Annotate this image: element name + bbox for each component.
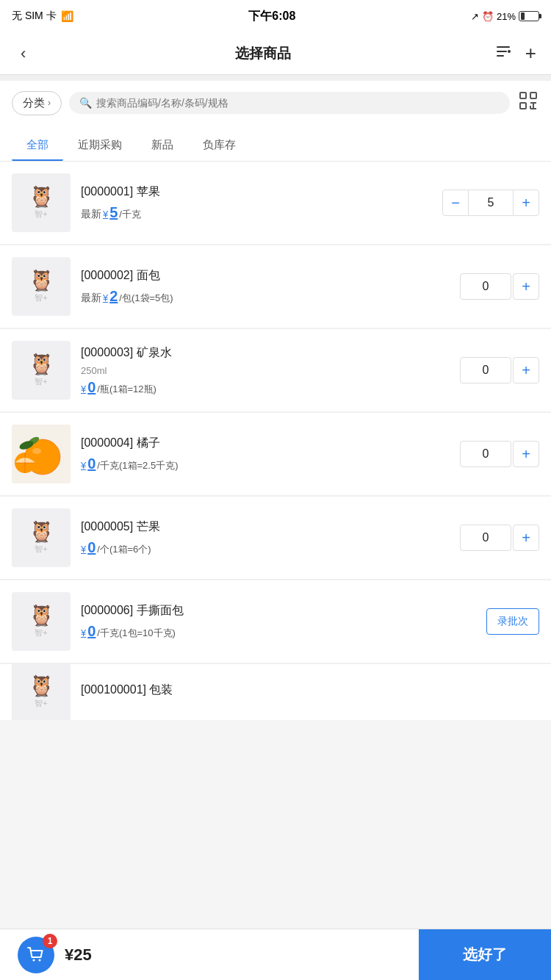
- price-yen-icon: ¥: [81, 627, 86, 638]
- product-info-000100001: [000100001] 包装: [81, 682, 539, 702]
- product-price-0000001: 最新 ¥ 5 /千克: [81, 204, 432, 221]
- search-icon: 🔍: [79, 97, 92, 109]
- svg-point-14: [32, 448, 41, 454]
- qty-input-0000002[interactable]: [460, 273, 511, 300]
- price-num: 0: [87, 539, 96, 556]
- product-info-0000005: [0000005] 芒果 ¥ 0 /个(1箱=6个): [81, 519, 450, 556]
- product-name-0000006: [0000006] 手撕面包: [81, 603, 476, 619]
- qty-input-0000001[interactable]: [469, 190, 513, 216]
- status-bar: 无 SIM 卡 📶 下午6:08 ↗ ⏰ 21%: [0, 0, 551, 32]
- price-unit: /瓶(1箱=12瓶): [97, 383, 156, 396]
- price-num: 0: [87, 455, 96, 472]
- status-right: ↗ ⏰ 21%: [471, 11, 539, 22]
- product-thumb-000100001: 🦉 智+: [12, 664, 71, 720]
- price-num: 0: [87, 623, 96, 640]
- search-input[interactable]: [96, 97, 500, 109]
- svg-point-3: [508, 50, 511, 53]
- price-yen-icon: ¥: [81, 383, 86, 394]
- placeholder-icon: 🦉: [29, 354, 54, 375]
- price-num: 2: [109, 288, 118, 305]
- product-item-0000005: 🦉 智+ [0000005] 芒果 ¥ 0 /个(1箱=6个) +: [0, 497, 551, 579]
- status-left: 无 SIM 卡 📶: [12, 10, 73, 23]
- tab-negative-stock[interactable]: 负库存: [188, 132, 251, 161]
- bottom-bar: 1 ¥25 选好了: [0, 929, 551, 980]
- product-name-0000005: [0000005] 芒果: [81, 519, 450, 535]
- product-qty-0000002: +: [460, 273, 539, 300]
- product-info-0000001: [0000001] 苹果 最新 ¥ 5 /千克: [81, 184, 432, 221]
- wifi-icon: 📶: [61, 10, 73, 22]
- price-unit: /个(1箱=6个): [97, 543, 151, 556]
- location-icon: ↗: [471, 11, 479, 22]
- nav-bar: ‹ 选择商品 +: [0, 32, 551, 75]
- product-info-0000006: [0000006] 手撕面包 ¥ 0 /千克(1包=10千克): [81, 603, 476, 640]
- cart-section: 1 ¥25: [0, 937, 92, 973]
- tab-recent[interactable]: 近期采购: [63, 132, 137, 161]
- price-unit: /千克(1箱=2.5千克): [97, 459, 178, 472]
- qty-input-0000003[interactable]: [460, 357, 511, 383]
- category-button[interactable]: 分类 ›: [12, 91, 62, 115]
- product-info-0000002: [0000002] 面包 最新 ¥ 2 /包(1袋=5包): [81, 268, 450, 305]
- status-time: 下午6:08: [248, 9, 295, 24]
- placeholder-icon: 🦉: [29, 270, 54, 291]
- back-button[interactable]: ‹: [15, 38, 32, 69]
- filter-icon[interactable]: [494, 43, 512, 65]
- product-thumb-0000006: 🦉 智+: [12, 592, 71, 651]
- placeholder-text: 智+: [35, 292, 47, 303]
- qty-increase-0000001[interactable]: +: [513, 190, 539, 216]
- placeholder-icon: 🦉: [29, 605, 54, 626]
- filter-bar: 分类 › 🔍: [0, 81, 551, 125]
- placeholder-icon: 🦉: [29, 187, 54, 207]
- product-qty-0000006: 录批次: [486, 608, 539, 635]
- placeholder-icon: 🦉: [29, 522, 54, 542]
- placeholder-text: 智+: [35, 209, 47, 220]
- price-yen-icon: ¥: [81, 544, 86, 555]
- record-batch-button-0000006[interactable]: 录批次: [486, 608, 539, 635]
- tab-new[interactable]: 新品: [137, 132, 188, 161]
- product-item-0000004: [0000004] 橘子 ¥ 0 /千克(1箱=2.5千克) +: [0, 413, 551, 495]
- cart-button[interactable]: 1: [18, 937, 54, 973]
- svg-point-20: [33, 959, 35, 961]
- price-yen-icon: ¥: [103, 292, 108, 303]
- product-thumb-0000005: 🦉 智+: [12, 508, 71, 567]
- qty-increase-0000005[interactable]: +: [513, 525, 539, 551]
- price-unit: /千克: [119, 208, 141, 221]
- confirm-button[interactable]: 选好了: [419, 929, 551, 981]
- svg-rect-5: [530, 93, 536, 98]
- price-num: 0: [87, 379, 96, 396]
- product-qty-0000003: +: [460, 357, 539, 383]
- svg-point-21: [39, 959, 41, 961]
- product-name-000100001: [000100001] 包装: [81, 682, 539, 698]
- product-price-0000002: 最新 ¥ 2 /包(1袋=5包): [81, 288, 450, 305]
- product-qty-0000004: +: [460, 441, 539, 467]
- qty-decrease-0000001[interactable]: −: [442, 190, 469, 216]
- product-item-000100001: 🦉 智+ [000100001] 包装: [0, 664, 551, 720]
- add-icon[interactable]: +: [525, 42, 536, 65]
- placeholder-text: 智+: [35, 376, 47, 387]
- price-label: 最新: [81, 292, 101, 305]
- qty-input-0000005[interactable]: [460, 525, 511, 551]
- product-qty-0000001: − +: [442, 190, 539, 216]
- tab-all[interactable]: 全部: [12, 132, 63, 161]
- svg-rect-6: [520, 103, 526, 109]
- nav-actions: +: [494, 42, 536, 65]
- placeholder-text: 智+: [35, 544, 47, 555]
- price-unit: /包(1袋=5包): [119, 292, 173, 305]
- product-name-0000003: [0000003] 矿泉水: [81, 345, 450, 361]
- qty-increase-0000003[interactable]: +: [513, 357, 539, 383]
- product-thumb-0000004: [12, 425, 71, 483]
- qty-increase-0000002[interactable]: +: [513, 273, 539, 300]
- top-divider: [0, 75, 551, 81]
- battery-icon: [519, 11, 539, 21]
- category-label: 分类: [23, 96, 45, 110]
- product-thumb-0000002: 🦉 智+: [12, 257, 71, 316]
- qty-input-0000004[interactable]: [460, 441, 511, 467]
- product-name-0000002: [0000002] 面包: [81, 268, 450, 284]
- qty-increase-0000004[interactable]: +: [513, 441, 539, 467]
- price-num: 5: [109, 204, 118, 221]
- cart-icon: [26, 945, 46, 965]
- placeholder-text: 智+: [35, 698, 47, 709]
- product-info-0000004: [0000004] 橘子 ¥ 0 /千克(1箱=2.5千克): [81, 436, 450, 472]
- product-list: 🦉 智+ [0000001] 苹果 最新 ¥ 5 /千克 − + 🦉 智+: [0, 162, 551, 720]
- scan-icon[interactable]: [517, 90, 539, 116]
- placeholder-text: 智+: [35, 627, 47, 638]
